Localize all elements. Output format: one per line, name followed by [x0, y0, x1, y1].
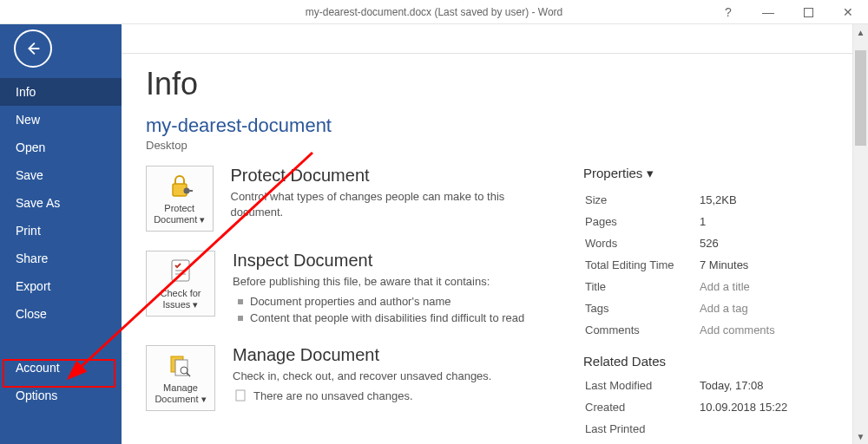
inspect-item: Document properties and author's name [233, 293, 524, 310]
sidebar-item-close[interactable]: Close [0, 300, 122, 328]
protect-body: Protect Document Control what types of c… [231, 166, 549, 232]
sidebar-item-print[interactable]: Print [0, 217, 122, 245]
backstage-sidebar: Info New Open Save Save As Print Share E… [0, 24, 122, 444]
dates-table: Last ModifiedToday, 17:08 Created10.09.2… [583, 374, 835, 441]
header-strip [122, 24, 868, 54]
minimize-button[interactable]: — [748, 0, 788, 24]
lock-icon [166, 172, 194, 199]
left-column: Protect Document ▾ Protect Document Cont… [146, 166, 549, 441]
section-manage: Manage Document ▾ Manage Document Check … [146, 345, 549, 411]
manage-list: There are no unsaved changes. [233, 388, 491, 404]
prop-row: TitleAdd a title [585, 277, 833, 297]
check-button-label: Check for Issues ▾ [150, 288, 211, 310]
properties-header[interactable]: Properties ▾ [583, 166, 835, 181]
sidebar-item-saveas[interactable]: Save As [0, 189, 122, 217]
sidebar-item-info[interactable]: Info [0, 78, 122, 106]
date-row: Created10.09.2018 15:22 [585, 397, 833, 417]
window-title: my-dearest-document.docx (Last saved by … [306, 6, 563, 18]
svg-rect-3 [189, 190, 193, 192]
prop-row: TagsAdd a tag [585, 298, 833, 318]
scroll-up-arrow[interactable]: ▲ [853, 24, 868, 40]
title-bar: my-dearest-document.docx (Last saved by … [0, 0, 868, 24]
page-title: Info [146, 66, 844, 102]
inspect-body: Inspect Document Before publishing this … [233, 251, 524, 326]
prop-row: CommentsAdd comments [585, 320, 833, 340]
properties-table: Size15,2KB Pages1 Words526 Total Editing… [583, 188, 835, 342]
protect-desc: Control what types of changes people can… [231, 189, 549, 220]
sidebar-item-new[interactable]: New [0, 106, 122, 134]
inspect-item: Content that people with disabilities fi… [233, 310, 524, 326]
manage-body: Manage Document Check in, check out, and… [233, 345, 491, 411]
vertical-scrollbar[interactable]: ▲ ▼ [852, 24, 868, 444]
sidebar-item-open[interactable]: Open [0, 134, 122, 161]
related-dates-header: Related Dates [583, 354, 835, 369]
check-issues-button[interactable]: Check for Issues ▾ [146, 251, 215, 317]
maximize-button[interactable] [788, 0, 828, 24]
date-row: Last Printed [585, 419, 833, 439]
svg-rect-11 [236, 390, 245, 401]
manage-nochanges: There are no unsaved changes. [233, 388, 491, 404]
back-arrow-icon [23, 39, 43, 58]
back-button[interactable] [14, 29, 52, 68]
scroll-thumb[interactable] [855, 50, 866, 146]
protect-title: Protect Document [231, 166, 549, 186]
properties-panel: Properties ▾ Size15,2KB Pages1 Words526 … [583, 166, 844, 441]
protect-document-button[interactable]: Protect Document ▾ [146, 166, 214, 232]
sidebar-item-share[interactable]: Share [0, 245, 122, 272]
document-name[interactable]: my-dearest-document [146, 114, 844, 137]
documents-icon [167, 351, 194, 379]
window-controls: ? — ✕ [708, 0, 868, 24]
date-row: Last ModifiedToday, 17:08 [585, 375, 833, 395]
prop-row: Words526 [585, 233, 833, 253]
manage-document-button[interactable]: Manage Document ▾ [146, 345, 215, 411]
scroll-down-arrow[interactable]: ▼ [853, 428, 868, 444]
sidebar-item-options[interactable]: Options [0, 382, 122, 409]
inspect-title: Inspect Document [233, 251, 524, 271]
sidebar-item-export[interactable]: Export [0, 272, 122, 300]
inspect-list: Document properties and author's name Co… [233, 293, 524, 326]
protect-button-label: Protect Document ▾ [150, 203, 209, 225]
svg-point-2 [183, 187, 189, 193]
section-protect: Protect Document ▾ Protect Document Cont… [146, 166, 549, 232]
document-location[interactable]: Desktop [146, 139, 844, 152]
prop-row: Size15,2KB [585, 190, 833, 210]
help-button[interactable]: ? [708, 0, 748, 24]
checklist-icon [167, 257, 194, 284]
manage-desc: Check in, check out, and recover unsaved… [233, 369, 491, 384]
manage-button-label: Manage Document ▾ [150, 382, 211, 405]
prop-row: Total Editing Time7 Minutes [585, 255, 833, 275]
section-inspect: Check for Issues ▾ Inspect Document Befo… [146, 251, 549, 326]
content-pane: Info my-dearest-document Desktop P [122, 24, 868, 444]
svg-rect-0 [804, 8, 812, 16]
main-area: Info New Open Save Save As Print Share E… [0, 24, 868, 444]
info-area: Info my-dearest-document Desktop P [122, 54, 868, 444]
manage-title: Manage Document [233, 345, 491, 365]
inspect-desc: Before publishing this file, be aware th… [233, 274, 524, 290]
close-button[interactable]: ✕ [828, 0, 868, 24]
document-small-icon [234, 389, 247, 402]
sidebar-item-account[interactable]: Account [0, 354, 122, 382]
sidebar-item-save[interactable]: Save [0, 161, 122, 189]
prop-row: Pages1 [585, 212, 833, 232]
